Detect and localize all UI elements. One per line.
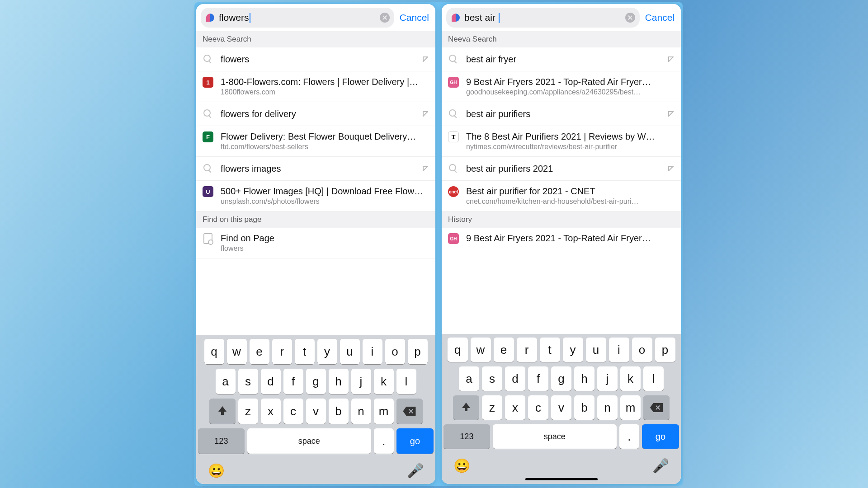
cancel-button[interactable]: Cancel: [643, 12, 676, 23]
key-c[interactable]: c: [528, 395, 548, 420]
key-p[interactable]: p: [408, 339, 428, 364]
result-row[interactable]: T The 8 Best Air Purifiers 2021 | Review…: [442, 126, 681, 157]
key-n[interactable]: n: [351, 399, 371, 424]
fill-arrow-icon[interactable]: [667, 56, 675, 63]
key-u[interactable]: u: [586, 338, 606, 362]
space-key[interactable]: space: [493, 424, 617, 449]
space-key[interactable]: space: [247, 428, 371, 454]
key-l[interactable]: l: [643, 366, 664, 391]
key-h[interactable]: h: [329, 369, 349, 394]
key-y[interactable]: y: [563, 338, 583, 362]
key-w[interactable]: w: [471, 338, 491, 362]
key-d[interactable]: d: [261, 369, 281, 394]
result-row[interactable]: cnet Best air purifier for 2021 - CNET c…: [442, 181, 681, 211]
search-icon: [203, 54, 213, 65]
shift-key[interactable]: [209, 399, 236, 424]
backspace-key[interactable]: [396, 399, 423, 424]
suggestion-row[interactable]: best air purifiers 2021: [442, 157, 681, 181]
clear-icon[interactable]: [380, 13, 390, 23]
result-row[interactable]: F Flower Delivery: Best Flower Bouquet D…: [196, 126, 435, 157]
key-q[interactable]: q: [448, 338, 468, 362]
mic-key[interactable]: 🎤: [407, 463, 424, 479]
dot-key[interactable]: .: [619, 424, 639, 449]
key-u[interactable]: u: [340, 339, 360, 364]
search-field[interactable]: flowers: [201, 8, 394, 28]
key-i[interactable]: i: [609, 338, 629, 362]
key-j[interactable]: j: [597, 366, 618, 391]
key-h[interactable]: h: [574, 366, 594, 391]
fill-arrow-icon[interactable]: [422, 110, 429, 117]
result-row[interactable]: U 500+ Flower Images [HQ] | Download Fre…: [196, 181, 435, 211]
history-row[interactable]: GH 9 Best Air Fryers 2021 - Top-Rated Ai…: [442, 228, 681, 249]
backspace-key[interactable]: [643, 395, 670, 420]
find-on-page-row[interactable]: Find on Page flowers: [196, 228, 435, 258]
key-m[interactable]: m: [374, 399, 394, 424]
mic-key[interactable]: 🎤: [652, 458, 669, 474]
search-field[interactable]: best air: [446, 8, 640, 28]
key-l[interactable]: l: [396, 369, 416, 394]
keyboard[interactable]: qwertyuiop asdfghjkl zxcvbnm 123 space .…: [196, 335, 435, 484]
key-w[interactable]: w: [227, 339, 247, 364]
key-m[interactable]: m: [620, 395, 641, 420]
key-d[interactable]: d: [505, 366, 525, 391]
key-i[interactable]: i: [363, 339, 382, 364]
shift-key[interactable]: [453, 395, 479, 420]
key-n[interactable]: n: [597, 395, 618, 420]
emoji-key[interactable]: 😀: [208, 463, 225, 479]
suggestion-row[interactable]: flowers images: [196, 157, 435, 181]
key-k[interactable]: k: [620, 366, 641, 391]
key-v[interactable]: v: [551, 395, 571, 420]
key-f[interactable]: f: [528, 366, 548, 391]
key-a[interactable]: a: [216, 369, 236, 394]
fill-arrow-icon[interactable]: [667, 165, 675, 172]
key-x[interactable]: x: [261, 399, 281, 424]
key-o[interactable]: o: [632, 338, 652, 362]
result-row[interactable]: GH 9 Best Air Fryers 2021 - Top-Rated Ai…: [442, 71, 681, 102]
key-z[interactable]: z: [482, 395, 502, 420]
keyboard[interactable]: qwertyuiop asdfghjkl zxcvbnm 123 space .…: [442, 334, 681, 484]
suggestion-row[interactable]: flowers for delivery: [196, 102, 435, 126]
search-input[interactable]: best air: [464, 12, 622, 23]
key-c[interactable]: c: [283, 399, 303, 424]
suggestion-row[interactable]: best air fryer: [442, 47, 681, 71]
key-z[interactable]: z: [238, 399, 258, 424]
suggestion-row[interactable]: flowers: [196, 47, 435, 71]
key-t[interactable]: t: [295, 339, 315, 364]
key-b[interactable]: b: [574, 395, 594, 420]
clear-icon[interactable]: [625, 13, 635, 23]
key-k[interactable]: k: [374, 369, 394, 394]
fill-arrow-icon[interactable]: [667, 110, 675, 117]
key-e[interactable]: e: [494, 338, 514, 362]
key-x[interactable]: x: [505, 395, 525, 420]
key-s[interactable]: s: [482, 366, 502, 391]
key-f[interactable]: f: [283, 369, 303, 394]
key-r[interactable]: r: [517, 338, 537, 362]
key-o[interactable]: o: [385, 339, 405, 364]
fill-arrow-icon[interactable]: [422, 56, 429, 63]
key-r[interactable]: r: [272, 339, 292, 364]
key-e[interactable]: e: [250, 339, 269, 364]
dot-key[interactable]: .: [374, 428, 394, 454]
key-b[interactable]: b: [329, 399, 349, 424]
numbers-key[interactable]: 123: [198, 428, 245, 454]
fill-arrow-icon[interactable]: [422, 165, 429, 172]
key-a[interactable]: a: [459, 366, 479, 391]
key-q[interactable]: q: [204, 339, 224, 364]
key-s[interactable]: s: [238, 369, 258, 394]
home-indicator[interactable]: [525, 478, 598, 480]
suggestion-row[interactable]: best air purifiers: [442, 102, 681, 126]
search-input[interactable]: flowers: [219, 12, 376, 23]
key-j[interactable]: j: [351, 369, 371, 394]
key-g[interactable]: g: [551, 366, 571, 391]
go-key[interactable]: go: [396, 428, 434, 454]
key-t[interactable]: t: [540, 338, 560, 362]
numbers-key[interactable]: 123: [443, 424, 490, 449]
cancel-button[interactable]: Cancel: [398, 12, 431, 23]
key-y[interactable]: y: [317, 339, 337, 364]
key-g[interactable]: g: [306, 369, 326, 394]
go-key[interactable]: go: [642, 424, 679, 449]
key-p[interactable]: p: [655, 338, 675, 362]
result-row[interactable]: 1 1-800-Flowers.com: Flowers | Flower De…: [196, 71, 435, 102]
emoji-key[interactable]: 😀: [453, 458, 470, 474]
key-v[interactable]: v: [306, 399, 326, 424]
